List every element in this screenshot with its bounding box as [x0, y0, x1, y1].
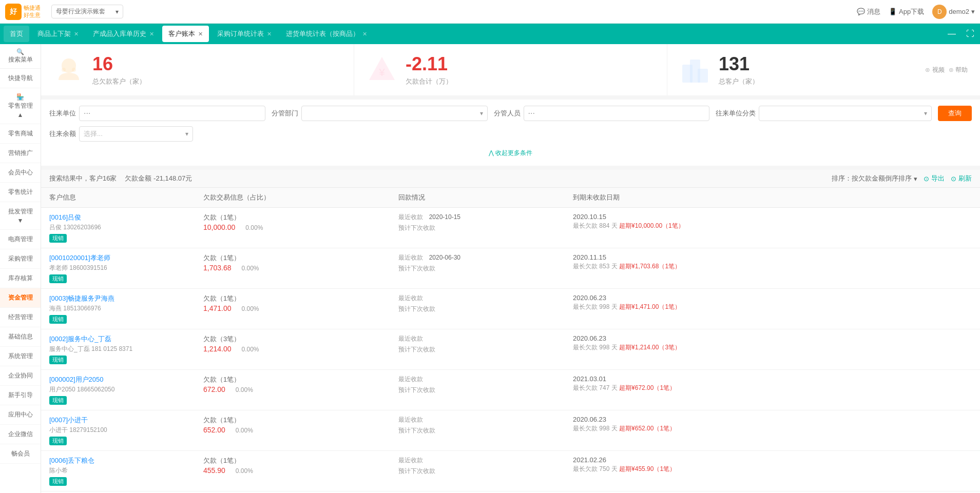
customer-name-6[interactable]: [0006]丢下粮仓: [49, 456, 203, 465]
sidebar-item-finance[interactable]: 资金管理: [0, 288, 41, 308]
customer-name-4[interactable]: [000002]用户2050: [49, 375, 203, 384]
filter-area: 往来单位 ··· 分管部门 ▾ 分管人员 ···: [41, 100, 980, 166]
manager-input[interactable]: ···: [524, 106, 710, 121]
overdue-date-5: 2020.06.23: [573, 416, 972, 423]
sidebar-item-member-vip[interactable]: 畅会员: [0, 444, 41, 464]
tab-label: 商品上下架: [37, 29, 71, 38]
marketing-label: 营销推广: [8, 149, 33, 157]
sidebar-item-inventory[interactable]: 库存核算: [0, 269, 41, 288]
sidebar-item-beginner[interactable]: 新手引导: [0, 386, 41, 405]
overdue-link-6[interactable]: 超期¥455.90（1笔）: [619, 465, 676, 472]
debt-info-0: 欠款（1笔） 10,000.00 0.00%: [203, 213, 398, 232]
sidebar-item-purchase[interactable]: 采购管理: [0, 249, 41, 269]
customer-info-2: [0003]畅捷服务尹海燕 海燕 18513066976 现销: [49, 294, 203, 324]
balance-label: 往来余额: [49, 129, 76, 139]
tab-home[interactable]: 首页: [4, 26, 29, 42]
debt-count-6: 欠款（1笔）: [203, 456, 398, 465]
video-button[interactable]: ⊙ 视频: [925, 66, 944, 74]
sidebar-item-ecommerce[interactable]: 电商管理: [0, 230, 41, 249]
debt-amount-2: 1,471.00: [203, 304, 232, 312]
debt-info-3: 欠款（3笔） 1,214.00 0.00%: [203, 334, 398, 354]
unit-category-label: 往来单位分类: [716, 109, 756, 118]
results-info: 搜索结果中，客户16家 欠款金额 -21,148.07元: [49, 174, 192, 183]
customer-name-5[interactable]: [0007]小进干: [49, 416, 203, 425]
user-menu[interactable]: D demo2 ▾: [932, 5, 975, 19]
refresh-button[interactable]: ⊙ 刷新: [951, 174, 972, 183]
tab-customer-account[interactable]: 客户账本 ✕: [162, 26, 209, 42]
sidebar-item-app-center[interactable]: 应用中心: [0, 405, 41, 425]
sidebar-item-retail-stats[interactable]: 零售统计: [0, 183, 41, 202]
sidebar-item-wholesale-mgmt[interactable]: 批发管理 ▼: [0, 202, 41, 230]
customer-name-0[interactable]: [0016]吕俊: [49, 213, 203, 222]
customer-info-3: [0002]服务中心_丁磊 服务中心_丁磊 181 0125 8371 现销: [49, 334, 203, 364]
tab-product-listing[interactable]: 商品上下架 ✕: [31, 26, 85, 42]
avatar: D: [932, 5, 947, 19]
overdue-link-1[interactable]: 超期¥1,703.68（1笔）: [619, 263, 681, 270]
overdue-link-5[interactable]: 超期¥652.00（1笔）: [619, 425, 676, 432]
department-input[interactable]: ▾: [301, 106, 488, 121]
logo-icon: 好: [5, 4, 22, 20]
overdue-link-4[interactable]: 超期¥672.00（1笔）: [619, 384, 676, 391]
debt-row-3: 1,214.00 0.00%: [203, 344, 398, 354]
balance-input[interactable]: 选择... ▾: [79, 126, 193, 142]
enterprise-wechat-label: 企业微信: [8, 430, 33, 439]
recent-collect-2: 最近收款: [398, 294, 573, 303]
chevron-down-icon: ▾: [480, 110, 483, 117]
close-icon[interactable]: ✕: [149, 31, 154, 37]
sidebar-item-retail-mgmt[interactable]: 🏪 零售管理 ▲: [0, 88, 41, 124]
overdue-link-0[interactable]: 超期¥10,000.00（1笔）: [619, 222, 684, 229]
tab-incoming-summary[interactable]: 进货单统计表（按商品） ✕: [280, 26, 373, 42]
close-icon[interactable]: ✕: [267, 31, 272, 37]
help-button[interactable]: ⊙ 帮助: [949, 66, 968, 74]
close-icon[interactable]: ✕: [198, 31, 203, 37]
retail-mgmt-icon: 🏪: [16, 93, 24, 101]
sidebar-item-retail-mall[interactable]: 零售商城: [0, 124, 41, 144]
finance-label: 资金管理: [8, 293, 33, 302]
sidebar-item-system[interactable]: 系统管理: [0, 347, 41, 366]
recovery-info-4: 最近收款 预计下次收款: [398, 375, 573, 395]
sidebar-item-enterprise-wechat[interactable]: 企业微信: [0, 425, 41, 444]
sidebar-item-member[interactable]: 会员中心: [0, 163, 41, 183]
customer-name-2[interactable]: [0003]畅捷服务尹海燕: [49, 294, 203, 303]
message-button[interactable]: 💬 消息: [857, 7, 880, 16]
sidebar-item-quick-nav[interactable]: 快捷导航: [0, 69, 41, 88]
sidebar-search[interactable]: 🔍 搜索菜单: [0, 44, 41, 69]
minimize-icon[interactable]: —: [945, 28, 959, 40]
customer-name-3[interactable]: [0002]服务中心_丁磊: [49, 334, 203, 344]
overdue-link-3[interactable]: 超期¥1,214.00（3笔）: [619, 344, 681, 351]
sort-dropdown[interactable]: 排序：按欠款金额倒序排序 ▾: [832, 174, 917, 183]
customer-unit-input[interactable]: ···: [79, 106, 265, 121]
retail-stats-label: 零售统计: [8, 188, 33, 196]
debt-percent-3: 0.00%: [242, 346, 259, 353]
debtors-value: 16: [92, 53, 146, 75]
sidebar-item-marketing[interactable]: 营销推广: [0, 144, 41, 163]
customer-tag-3: 现销: [49, 356, 67, 364]
next-collect-4: 预计下次收款: [398, 386, 573, 395]
close-icon[interactable]: ✕: [362, 31, 367, 37]
sidebar-item-operations[interactable]: 经营管理: [0, 308, 41, 327]
collapse-row[interactable]: ⋀ 收起更多条件: [49, 147, 972, 160]
sidebar-item-enterprise-collab[interactable]: 企业协同: [0, 366, 41, 386]
sidebar: 🔍 搜索菜单 快捷导航 🏪 零售管理 ▲ 零售商城 营销推广 会员中心 零售统计…: [0, 44, 41, 493]
sidebar-item-basic-info[interactable]: 基础信息: [0, 327, 41, 347]
chevron-icon: ▼: [17, 217, 24, 224]
app-download-button[interactable]: 📱 App下载: [889, 7, 924, 16]
search-button[interactable]: 查询: [938, 106, 972, 121]
header-debt: 欠款交易信息（占比）: [203, 193, 398, 202]
overdue-days-6: 最长欠款 750 天 超期¥455.90（1笔）: [573, 465, 972, 474]
overdue-days-4: 最长欠款 747 天 超期¥672.00（1笔）: [573, 384, 972, 392]
overdue-link-2[interactable]: 超期¥1,471.00（1笔）: [619, 303, 681, 310]
unit-category-input[interactable]: ▾: [759, 106, 932, 121]
nav-tabs: 首页 商品上下架 ✕ 产成品入库单历史 ✕ 客户账本 ✕ 采购订单统计表 ✕ 进…: [0, 24, 980, 44]
table-row: [0001020001]孝老师 孝老师 18600391516 现销 欠款（1笔…: [41, 248, 980, 289]
customer-tag-4: 现销: [49, 396, 67, 405]
industry-selector[interactable]: 母婴行业演示账套 ▾: [51, 5, 123, 18]
debt-count-2: 欠款（1笔）: [203, 294, 398, 303]
close-icon[interactable]: ✕: [74, 31, 79, 37]
chevron-down-icon: ▾: [185, 130, 188, 137]
customer-name-1[interactable]: [0001020001]孝老师: [49, 253, 203, 263]
maximize-icon[interactable]: ⛶: [963, 28, 977, 40]
export-button[interactable]: ⊙ 导出: [924, 174, 945, 183]
tab-purchase-summary[interactable]: 采购订单统计表 ✕: [211, 26, 278, 42]
tab-warehouse-history[interactable]: 产成品入库单历史 ✕: [87, 26, 160, 42]
